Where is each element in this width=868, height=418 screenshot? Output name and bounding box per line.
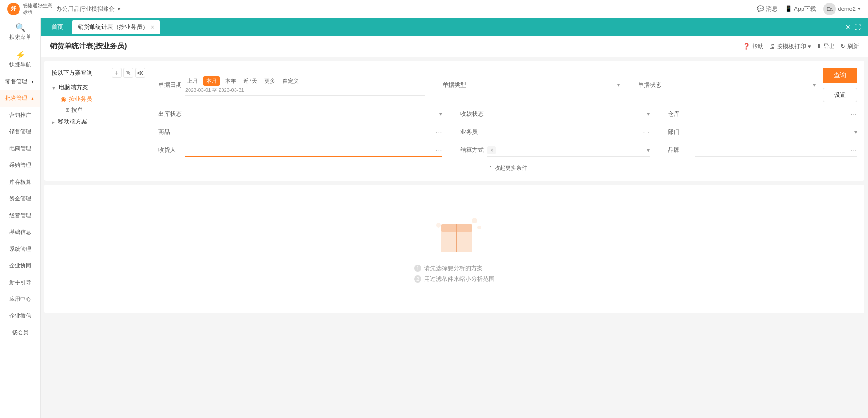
scheme-item-by-order[interactable]: ⊞ 按单 bbox=[52, 105, 145, 114]
tab-close-btn[interactable]: × bbox=[151, 24, 154, 30]
sidebar-item-marketing[interactable]: 营销推广 bbox=[0, 107, 40, 124]
empty-hint-2: 2 用过滤条件来缩小分析范围 bbox=[414, 275, 495, 283]
sidebar-item-system[interactable]: 系统管理 bbox=[0, 241, 40, 257]
empty-svg bbox=[432, 212, 486, 257]
filter-item-settlement: 结算方式 × ▾ bbox=[460, 144, 650, 157]
app-download-btn[interactable]: 📱 App下载 bbox=[785, 5, 816, 13]
sidebar: 🔍 搜索菜单 ⚡ 快捷导航 零售管理 ▼ 批发管理 ▲ 营销推广 销售管理 电商… bbox=[0, 18, 41, 418]
sidebar-item-member[interactable]: 畅会员 bbox=[0, 324, 40, 341]
filter-label-payment: 收款状态 bbox=[460, 110, 487, 118]
collapse-bar: ⌃ 收起更多条件 bbox=[158, 162, 857, 174]
logo-icon: 好 bbox=[7, 3, 20, 15]
date-tab-last-month[interactable]: 上月 bbox=[185, 76, 200, 86]
filter-row-4: 收货人 ··· 结算方式 bbox=[158, 144, 857, 157]
edit-scheme-btn[interactable]: ✎ bbox=[123, 68, 133, 78]
content-area: 首页 销货单统计表（按业务员） × ✕ ⛶ 销货单统计表(按业务员) ❓ 帮助 bbox=[41, 18, 868, 418]
sidebar-item-finance[interactable]: 资金管理 bbox=[0, 190, 40, 207]
product-input[interactable]: ··· bbox=[185, 126, 442, 138]
doc-type-select[interactable]: ▾ bbox=[470, 79, 620, 91]
date-range: 2023-03-01 至 2023-03-31 bbox=[185, 87, 244, 94]
outbound-status-select[interactable]: ▾ bbox=[185, 108, 442, 120]
scheme-item-by-salesperson[interactable]: ◉ 按业务员 bbox=[52, 93, 145, 105]
help-btn[interactable]: ❓ 帮助 bbox=[743, 43, 764, 51]
date-picker[interactable]: 上月 本月 本年 近7天 更多 自定义 2023-03-01 至 2023-03… bbox=[185, 75, 425, 96]
sidebar-item-ecommerce[interactable]: 电商管理 bbox=[0, 140, 40, 157]
filter-sidebar: 按以下方案查询 + ✎ ≪ 电脑端方案 bbox=[52, 68, 151, 174]
more-dots-icon: ··· bbox=[643, 128, 650, 136]
export-btn[interactable]: ⬇ 导出 bbox=[816, 43, 835, 51]
sidebar-item-retail[interactable]: 零售管理 ▼ bbox=[0, 73, 40, 90]
chevron-down-icon: ▾ bbox=[118, 5, 121, 12]
date-tab-7days[interactable]: 近7天 bbox=[241, 76, 259, 86]
tab-maximize-icon[interactable]: ⛶ bbox=[854, 24, 861, 31]
empty-hints: 1 请先选择要分析的方案 2 用过滤条件来缩小分析范围 bbox=[414, 264, 495, 286]
department-select[interactable]: ▾ bbox=[695, 126, 857, 138]
sidebar-item-label: 搜索菜单 bbox=[9, 33, 31, 41]
sidebar-item-label: 营销推广 bbox=[9, 111, 31, 119]
refresh-btn[interactable]: ↻ 刷新 bbox=[840, 43, 859, 51]
sidebar-item-search-menu[interactable]: 🔍 搜索菜单 bbox=[0, 18, 40, 46]
filter-label-salesperson: 业务员 bbox=[460, 128, 487, 136]
payment-status-select[interactable]: ▾ bbox=[487, 108, 650, 120]
print-icon: 🖨 bbox=[769, 43, 775, 50]
filter-label-department: 部门 bbox=[668, 128, 695, 136]
sidebar-item-wholesale[interactable]: 批发管理 ▲ bbox=[0, 90, 40, 107]
sidebar-item-label: 零售管理 bbox=[5, 78, 27, 86]
topbar: 好 畅捷通好生意 标版 办公用品行业模拟账套 ▾ 💬 消息 📱 App下载 Ea… bbox=[0, 0, 868, 18]
settings-button[interactable]: 设置 bbox=[823, 88, 857, 102]
consignee-input[interactable]: ··· bbox=[185, 144, 442, 157]
filter-layout: 按以下方案查询 + ✎ ≪ 电脑端方案 bbox=[52, 68, 857, 174]
collapse-icon: ⌃ bbox=[488, 165, 493, 171]
filter-sidebar-header: 按以下方案查询 + ✎ ≪ bbox=[52, 68, 145, 78]
topbar-selector[interactable]: 办公用品行业模拟账套 ▾ bbox=[56, 5, 121, 13]
date-tabs: 上月 本月 本年 近7天 更多 自定义 bbox=[185, 76, 301, 86]
sidebar-item-inventory[interactable]: 库存核算 bbox=[0, 174, 40, 190]
tab-home[interactable]: 首页 bbox=[44, 18, 71, 36]
sidebar-item-label: 新手引导 bbox=[9, 279, 31, 286]
filter-panel: 按以下方案查询 + ✎ ≪ 电脑端方案 bbox=[44, 61, 864, 181]
query-button[interactable]: 查询 bbox=[823, 68, 857, 83]
doc-status-select[interactable]: ▾ bbox=[665, 79, 816, 91]
scheme-group-header-pc[interactable]: 电脑端方案 bbox=[52, 81, 145, 93]
sidebar-item-quick-nav[interactable]: ⚡ 快捷导航 bbox=[0, 46, 40, 73]
sidebar-item-label: 畅会员 bbox=[12, 329, 28, 337]
filter-item-payment-status: 收款状态 ▾ bbox=[460, 108, 650, 120]
sidebar-item-operation[interactable]: 经营管理 bbox=[0, 207, 40, 224]
salesperson-input[interactable]: ··· bbox=[487, 126, 650, 138]
refresh-icon: ↻ bbox=[840, 43, 845, 50]
page-actions: ❓ 帮助 🖨 按模板打印 ▾ ⬇ 导出 ↻ 刷新 bbox=[743, 43, 859, 51]
sidebar-item-newbie[interactable]: 新手引导 bbox=[0, 274, 40, 291]
brand-input[interactable]: ··· bbox=[695, 144, 857, 157]
filter-label-outbound: 出库状态 bbox=[158, 110, 185, 118]
print-btn[interactable]: 🖨 按模板打印 ▾ bbox=[769, 43, 811, 51]
add-scheme-btn[interactable]: + bbox=[112, 68, 122, 78]
sidebar-item-sales[interactable]: 销售管理 bbox=[0, 124, 40, 140]
collapse-scheme-btn[interactable]: ≪ bbox=[135, 68, 145, 78]
filter-label-doc-status: 单据状态 bbox=[638, 81, 665, 89]
sidebar-item-purchase[interactable]: 采购管理 bbox=[0, 157, 40, 174]
tab-close-window-icon[interactable]: ✕ bbox=[845, 24, 851, 31]
sidebar-item-cooperation[interactable]: 企业协同 bbox=[0, 257, 40, 274]
settlement-select[interactable]: × ▾ bbox=[487, 144, 650, 157]
filter-row-1: 单据日期 上月 本月 本年 近7天 更多 自定义 bbox=[158, 68, 857, 102]
collapse-btn[interactable]: ⌃ 收起更多条件 bbox=[488, 164, 527, 172]
message-btn[interactable]: 💬 消息 bbox=[757, 5, 778, 13]
sidebar-item-appcenter[interactable]: 应用中心 bbox=[0, 291, 40, 308]
date-tab-this-year[interactable]: 本年 bbox=[223, 76, 238, 86]
date-tab-more[interactable]: 更多 bbox=[263, 76, 277, 86]
sidebar-item-wechat[interactable]: 企业微信 bbox=[0, 308, 40, 324]
sidebar-item-basic[interactable]: 基础信息 bbox=[0, 224, 40, 241]
message-icon: 💬 bbox=[757, 5, 764, 12]
scheme-group-header-mobile[interactable]: 移动端方案 bbox=[52, 116, 145, 128]
filter-label-consignee: 收货人 bbox=[158, 146, 185, 154]
warehouse-select[interactable]: ··· bbox=[695, 108, 857, 120]
chevron-down-icon: ▾ bbox=[439, 111, 442, 117]
tab-active[interactable]: 销货单统计表（按业务员） × bbox=[72, 20, 160, 34]
date-tab-this-month[interactable]: 本月 bbox=[203, 76, 220, 86]
hint-num-1: 1 bbox=[414, 265, 421, 272]
sidebar-item-label: 资金管理 bbox=[9, 195, 31, 203]
logo-area: 好 畅捷通好生意 标版 bbox=[7, 2, 52, 15]
tag-close-icon[interactable]: × bbox=[490, 147, 493, 153]
user-menu[interactable]: Ea demo2 ▾ bbox=[823, 3, 861, 15]
date-tab-custom[interactable]: 自定义 bbox=[281, 76, 301, 86]
